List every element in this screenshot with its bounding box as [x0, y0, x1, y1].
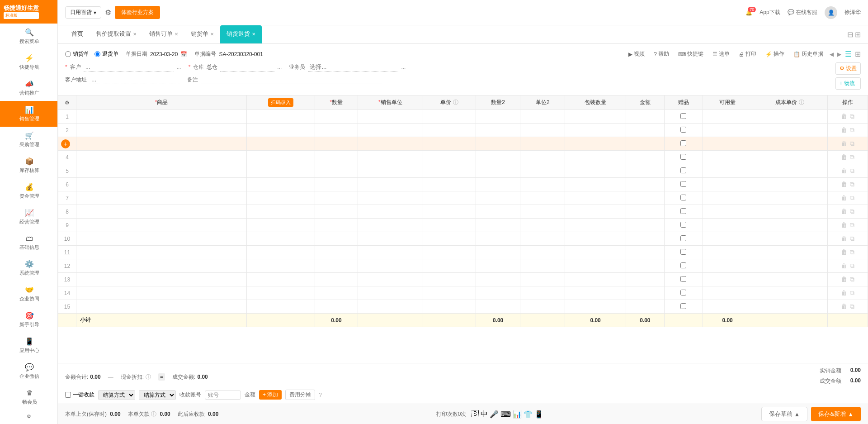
row-1-gift[interactable]: [664, 110, 703, 124]
add-row-button[interactable]: +: [61, 139, 70, 148]
calculation-method-select[interactable]: 结算方式: [139, 390, 176, 400]
gift-checkbox[interactable]: [680, 249, 686, 255]
print-btn[interactable]: 🖨 打印: [736, 49, 759, 59]
sidebar-item-marketing[interactable]: 📣 营销推广: [0, 75, 57, 101]
save-draft-button[interactable]: 保存草稿 ▲: [761, 407, 808, 421]
gift-checkbox[interactable]: [680, 195, 686, 200]
grid-view-icon[interactable]: ⊞: [855, 50, 861, 58]
equals-sign[interactable]: =: [158, 373, 165, 381]
copy-icon[interactable]: ⧉: [850, 221, 854, 229]
tab-sales-order[interactable]: 销售订单 ✕: [143, 25, 184, 43]
row-2-delete-icon[interactable]: 🗑: [841, 126, 847, 134]
gift-checkbox[interactable]: [680, 276, 686, 282]
tab-sales-delivery[interactable]: 销货单 ✕: [184, 25, 220, 43]
row-1-sales-unit[interactable]: [358, 110, 423, 124]
sidebar-item-basic[interactable]: 🗃 基础信息: [0, 230, 57, 255]
list-view-icon[interactable]: ☰: [845, 50, 851, 58]
delete-icon[interactable]: 🗑: [841, 248, 847, 256]
sidebar-item-shortcut[interactable]: ⚡ 快捷导航: [0, 49, 57, 75]
customer-dots[interactable]: ...: [177, 64, 181, 70]
copy-icon[interactable]: ⧉: [850, 262, 854, 270]
row-3-unit2[interactable]: [520, 137, 565, 151]
copy-icon[interactable]: ⧉: [850, 153, 854, 161]
tab-price-settings[interactable]: 售价提取设置 ✕: [90, 25, 143, 43]
row-2-gift[interactable]: [664, 124, 703, 137]
sidebar-item-sales[interactable]: 📊 销售管理: [0, 101, 57, 127]
radio-sale-doc[interactable]: 销货单: [65, 50, 89, 58]
save-new-button[interactable]: 保存&新增 ▲: [811, 407, 861, 421]
row-1-pack-quantity[interactable]: [565, 110, 626, 124]
daily-category-select[interactable]: 日用百货 ▾: [65, 6, 101, 19]
row-2-unit2[interactable]: [520, 124, 565, 137]
row-1-unit2[interactable]: [520, 110, 565, 124]
delete-icon[interactable]: 🗑: [841, 235, 847, 243]
row-2-amount[interactable]: [626, 124, 664, 137]
sidebar-item-appstore[interactable]: 📱 应用中心: [0, 333, 57, 358]
scan-button[interactable]: 扫码录入: [268, 98, 293, 107]
row-3-amount[interactable]: [626, 137, 664, 151]
gift-checkbox[interactable]: [680, 235, 686, 241]
sidebar-item-cooperation[interactable]: 🤝 企业协同: [0, 281, 57, 307]
delete-icon[interactable]: 🗑: [841, 167, 847, 175]
row-2-unit-price[interactable]: [423, 124, 476, 137]
copy-icon[interactable]: ⧉: [850, 208, 854, 215]
history-btn[interactable]: 📋 历史单据: [791, 49, 826, 59]
sidebar-item-finance[interactable]: 💰 资金管理: [0, 178, 57, 204]
row-2-quantity[interactable]: [315, 124, 358, 137]
sidebar-item-guide[interactable]: 🎯 新手引导: [0, 307, 57, 333]
delete-icon[interactable]: 🗑: [841, 181, 847, 188]
row-3-delete-icon[interactable]: 🗑: [841, 140, 847, 148]
sidebar-item-wechat[interactable]: 💬 企业微信: [0, 358, 57, 384]
delete-icon[interactable]: 🗑: [841, 221, 847, 229]
sidebar-item-system[interactable]: ⚙️ 系统管理: [0, 255, 57, 281]
add-logistics-button[interactable]: + 物流: [835, 77, 861, 90]
tool-icon-1[interactable]: 🇸: [472, 410, 479, 418]
single-owe-icon[interactable]: ⓘ: [151, 411, 156, 417]
online-service-link[interactable]: 💬 在线客服: [788, 9, 817, 16]
nav-prev-icon[interactable]: ◀: [830, 51, 834, 57]
account-input[interactable]: [205, 391, 241, 400]
row-1-delete-icon[interactable]: 🗑: [841, 113, 847, 120]
delete-icon[interactable]: 🗑: [841, 276, 847, 283]
one-key-payment-checkbox[interactable]: [65, 392, 71, 398]
minimize-icon[interactable]: ⊟: [847, 30, 853, 39]
sidebar-item-inventory[interactable]: 📦 库存核算: [0, 152, 57, 178]
tab-close-sales-return[interactable]: ✕: [252, 32, 255, 37]
row-1-quantity2[interactable]: [476, 110, 520, 124]
row-1-amount[interactable]: [626, 110, 664, 124]
row-3-quantity[interactable]: [315, 137, 358, 151]
calendar-icon[interactable]: 📅: [180, 51, 187, 57]
maximize-icon[interactable]: ⊞: [855, 30, 861, 39]
delete-icon[interactable]: 🗑: [841, 194, 847, 202]
copy-icon[interactable]: ⧉: [850, 276, 854, 283]
col-settings[interactable]: ⚙: [58, 95, 76, 110]
salesperson-input[interactable]: [308, 62, 398, 71]
nav-next-icon[interactable]: ▶: [837, 51, 841, 57]
row-1-gift-checkbox[interactable]: [680, 113, 686, 119]
operation-btn[interactable]: ⚡ 操作: [763, 49, 787, 59]
row-3-gift[interactable]: [664, 137, 703, 151]
copy-icon[interactable]: ⧉: [850, 167, 854, 175]
date-value[interactable]: 2023-03-20: [150, 51, 178, 57]
row-3-quantity2[interactable]: [476, 137, 520, 151]
warehouse-input[interactable]: [220, 62, 274, 71]
shortcut-btn[interactable]: ⌨ 快捷键: [675, 49, 706, 59]
select-order-btn[interactable]: ☰ 选单: [710, 49, 732, 59]
row-2-copy-icon[interactable]: ⧉: [850, 126, 854, 134]
row-3-product[interactable]: [76, 137, 247, 151]
delete-icon[interactable]: 🗑: [841, 289, 847, 297]
gift-checkbox[interactable]: [680, 222, 686, 228]
gift-checkbox[interactable]: [680, 208, 686, 214]
tab-close-sales-delivery[interactable]: ✕: [210, 32, 214, 37]
copy-icon[interactable]: ⧉: [850, 303, 854, 310]
row-2-quantity2[interactable]: [476, 124, 520, 137]
gift-checkbox[interactable]: [680, 290, 686, 295]
row-3-gift-checkbox[interactable]: [680, 140, 686, 146]
video-btn[interactable]: ▶ 视频: [626, 49, 647, 59]
gift-checkbox[interactable]: [680, 303, 686, 309]
gift-checkbox[interactable]: [680, 181, 686, 187]
row-1-copy-icon[interactable]: ⧉: [850, 113, 854, 120]
sidebar-item-purchase[interactable]: 🛒 采购管理: [0, 127, 57, 152]
notes-input[interactable]: [201, 75, 382, 84]
copy-icon[interactable]: ⧉: [850, 194, 854, 202]
